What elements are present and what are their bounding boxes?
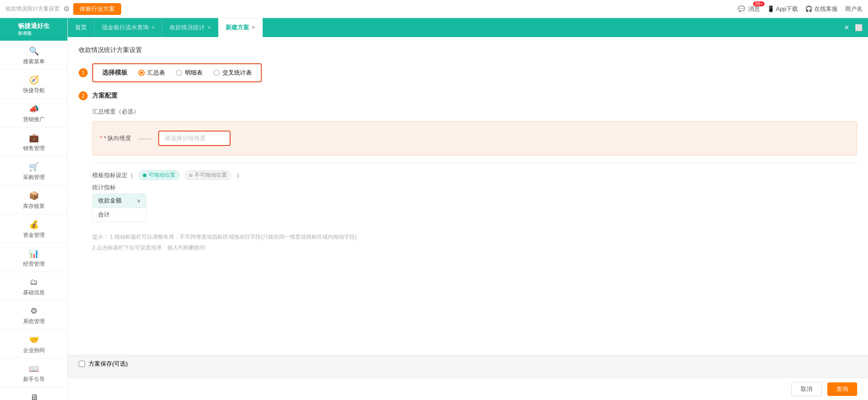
tab-home-label: 首页 [75, 24, 87, 32]
sidebar-item-finance[interactable]: 💰 资金管理 [0, 214, 67, 243]
sidebar-item-search[interactable]: 🔍 搜索菜单 [0, 41, 67, 70]
sidebar: 畅捷通好生 标准版 🔍 搜索菜单 🧭 快捷导航 📣 营销推广 💼 销售管理 🛒 … [0, 18, 68, 400]
box-icon: 📦 [29, 191, 39, 201]
table-header-text: 收款金额 [98, 197, 122, 205]
folder-icon: 🗂 [30, 278, 38, 287]
required-mark: * [100, 135, 102, 141]
sidebar-item-sales[interactable]: 💼 销售管理 [0, 127, 67, 156]
table-row-text: 合计 [98, 211, 110, 218]
page-inner: 收款情况统计方案设置 1 选择模板 汇总表 [68, 37, 868, 355]
chart-icon: 📊 [29, 249, 39, 259]
radio-dot-cross [213, 70, 220, 76]
user-name: 用户名 [845, 5, 863, 13]
industry-button[interactable]: 体验行业方案 [73, 3, 121, 15]
logo-sub: 标准版 [18, 30, 50, 37]
header-left: 收款情况统计方案设置 ⚙ 体验行业方案 [5, 3, 121, 15]
step1-label: 选择模板 [102, 69, 127, 77]
tips-section: 提示： 1.拖动标题栏可以调整布局，不可跨维度或指标区域拖动目字段(只能在同一维… [92, 232, 857, 253]
notification-icon: 💬 [738, 5, 745, 12]
stat-indicator-label: 统计指标 [92, 184, 116, 191]
save-option-label: 方案保存(可选) [89, 360, 128, 368]
sidebar-logo: 畅捷通好生 标准版 [0, 18, 67, 41]
download-label[interactable]: 📱 App下载 [767, 5, 798, 13]
divider [92, 163, 857, 163]
sidebar-item-enterprise[interactable]: 🤝 企业协同 [0, 329, 67, 358]
sidebar-item-purchase[interactable]: 🛒 采购管理 [0, 156, 67, 185]
breadcrumb-path: 收款情况统计方案设置 [5, 5, 60, 13]
dimension-select[interactable]: 请选择分组维度 [158, 131, 231, 146]
radio-summary[interactable]: 汇总表 [138, 69, 165, 77]
drag-badge: 可拖动位置 [139, 170, 179, 180]
notification-badge: 99+ [753, 1, 764, 6]
radio-detail[interactable]: 明细表 [176, 69, 203, 77]
megaphone-icon: 📣 [29, 104, 39, 114]
tab-new-plan-label: 新建方案 [226, 24, 249, 32]
drag-dot [143, 174, 146, 177]
sidebar-item-hardware[interactable]: 🖥 智能硬件 [0, 387, 67, 400]
close-window-icon[interactable]: ✕ [844, 24, 849, 31]
indicator-title-close: ） [236, 171, 242, 179]
radio-cross[interactable]: 交叉统计表 [213, 69, 252, 77]
radio-label-cross: 交叉统计表 [222, 69, 252, 77]
arrow-icon: —— [138, 135, 151, 142]
tab-bank-flow[interactable]: 现金银行流水查询 × [94, 18, 162, 37]
book-icon: 📖 [29, 364, 39, 374]
maximize-icon[interactable]: ⬜ [855, 24, 863, 31]
compass-icon: 🧭 [29, 75, 39, 85]
top-header: 收款情况统计方案设置 ⚙ 体验行业方案 💬 99+ 消息 📱 App下载 🎧 在… [0, 0, 868, 18]
page-title: 收款情况统计方案设置 [79, 46, 857, 54]
notification-wrap[interactable]: 💬 99+ 消息 [738, 5, 760, 13]
sidebar-item-system[interactable]: ⚙ 系统管理 [0, 301, 67, 329]
tab-close-icon[interactable]: × [252, 24, 255, 31]
indicator-title-text: 模板指标设定（ [92, 171, 133, 179]
tab-new-plan[interactable]: 新建方案 × [218, 18, 263, 37]
sidebar-item-label: 采购管理 [23, 174, 45, 181]
gear-icon[interactable]: ⚙ [63, 5, 70, 13]
tab-bar: 首页 现金银行流水查询 × 收款情况统计 × 新建方案 × ✕ ⬜ [68, 18, 868, 37]
cancel-button[interactable]: 取消 [791, 382, 822, 396]
sidebar-item-label: 企业协同 [23, 347, 45, 354]
tab-receipt-stats[interactable]: 收款情况统计 × [162, 18, 218, 37]
table-row: 合计 [93, 208, 146, 221]
handshake-icon: 🤝 [29, 335, 39, 345]
footer-actions: 取消 查询 [68, 377, 868, 400]
tab-bar-actions: ✕ ⬜ [844, 24, 868, 31]
sidebar-item-guide[interactable]: 📖 新手引导 [0, 358, 67, 387]
money-icon: 💰 [29, 220, 39, 230]
logo-text: 畅捷通好生 [18, 22, 50, 30]
search-icon: 🔍 [29, 46, 39, 56]
table-header[interactable]: 收款金额 ∨ [93, 194, 146, 208]
summary-dim-title: 汇总维度（必选） [92, 108, 857, 116]
sidebar-item-label: 快捷导航 [23, 87, 45, 94]
sidebar-item-inventory[interactable]: 📦 库存核算 [0, 185, 67, 214]
sidebar-item-marketing[interactable]: 📣 营销推广 [0, 99, 67, 127]
sidebar-item-basic-info[interactable]: 🗂 基础信息 [0, 272, 67, 301]
chevron-down-icon[interactable]: ∨ [137, 198, 141, 204]
tab-home[interactable]: 首页 [68, 18, 94, 37]
header-right: 💬 99+ 消息 📱 App下载 🎧 在线客服 用户名 [738, 5, 863, 13]
radio-label-detail: 明细表 [185, 69, 203, 77]
sidebar-item-label: 销售管理 [23, 145, 45, 152]
query-button[interactable]: 查询 [827, 382, 857, 396]
sidebar-item-management[interactable]: 📊 经营管理 [0, 243, 67, 272]
tab-close-icon[interactable]: × [151, 24, 155, 31]
template-selection-box: 选择模板 汇总表 明细表 交叉统计表 [92, 63, 262, 82]
nodrag-dot [189, 174, 193, 177]
radio-dot-summary [138, 70, 145, 76]
dimension-area: * * 纵向维度 —— 请选择分组维度 [92, 121, 857, 155]
sidebar-item-nav[interactable]: 🧭 快捷导航 [0, 70, 67, 99]
step1-section: 1 选择模板 汇总表 明细表 [79, 63, 857, 82]
notification-label: 消息 [748, 5, 760, 12]
gear-icon: ⚙ [30, 306, 38, 316]
download-icon: 📱 [767, 5, 774, 12]
radio-label-summary: 汇总表 [147, 69, 165, 77]
tab-close-icon[interactable]: × [208, 24, 211, 31]
row-dimension-label: * * 纵向维度 [100, 134, 131, 142]
save-checkbox[interactable] [79, 361, 85, 367]
service-label[interactable]: 🎧 在线客服 [805, 5, 838, 13]
indicator-table-wrap: 统计指标 收款金额 ∨ 合计 [92, 184, 857, 223]
drag-label: 可拖动位置 [148, 171, 175, 179]
save-option-bar: 方案保存(可选) [68, 355, 868, 372]
nodrag-label: 不可拖动位置 [194, 171, 227, 179]
tips-line2: 2.点击标题栏下拉可设置排序、插入列和删除列 [92, 243, 857, 253]
